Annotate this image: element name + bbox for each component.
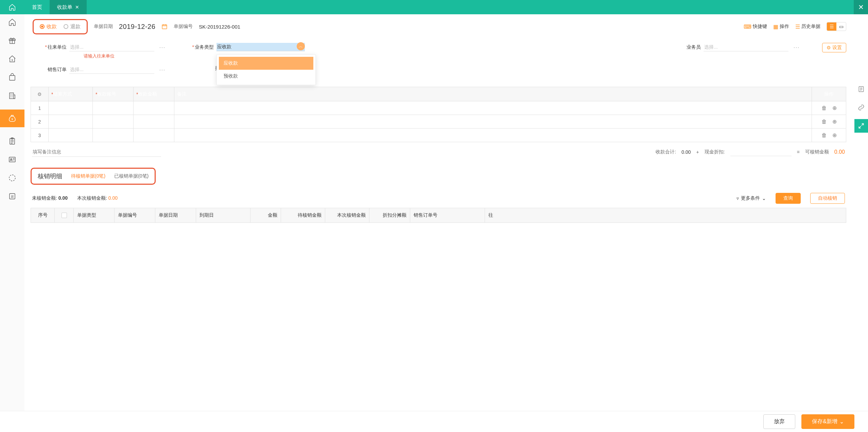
- radio-receive[interactable]: 收款: [40, 23, 57, 30]
- cell-settle[interactable]: [49, 101, 93, 115]
- delete-row-icon[interactable]: 🗑: [821, 132, 827, 138]
- close-icon[interactable]: ✕: [75, 4, 79, 10]
- add-row-icon[interactable]: ⊕: [832, 105, 837, 111]
- window-close-button[interactable]: ✕: [854, 0, 868, 14]
- nav-new-icon[interactable]: 新: [8, 192, 17, 201]
- dropdown-item-advance[interactable]: 预收款: [219, 70, 313, 83]
- calendar-icon[interactable]: [161, 23, 168, 30]
- col-ops: 操作: [812, 87, 846, 101]
- radio-circle-icon: [40, 24, 45, 29]
- link-icon[interactable]: [854, 101, 868, 114]
- save-and-new-button[interactable]: 保存&新增 ⌄: [801, 414, 854, 429]
- cell-account[interactable]: [93, 129, 134, 142]
- delete-row-icon[interactable]: 🗑: [821, 105, 827, 111]
- salesman-picker-icon[interactable]: ⋯: [791, 44, 802, 51]
- sum-label: 收款合计:: [656, 149, 676, 155]
- cell-settle[interactable]: [49, 115, 93, 128]
- nav-sync-icon[interactable]: [8, 173, 17, 182]
- wcol-last: 往: [485, 208, 846, 222]
- nav-id-icon[interactable]: [8, 155, 17, 164]
- table-header-row: ⚙ *结算方式 *收款账号 *收款金额 备注 操作: [31, 87, 846, 101]
- settings-button[interactable]: ⚙ 设置: [822, 43, 846, 52]
- query-button[interactable]: 查询: [776, 193, 801, 204]
- nav-house-dollar-icon[interactable]: $: [8, 54, 17, 63]
- tab-pending[interactable]: 待核销单据(0笔): [71, 173, 105, 179]
- form-row-2: 销售订单 ⋯ 摘要: [31, 65, 846, 74]
- history-button[interactable]: ☰历史单据: [795, 23, 820, 30]
- current-match-label: 本次核销金额: 0.00: [77, 195, 118, 201]
- select-all-checkbox[interactable]: [62, 213, 67, 218]
- ops-button[interactable]: ▦操作: [773, 23, 789, 30]
- doc-date-value[interactable]: 2019-12-26: [119, 23, 155, 31]
- footer: 放弃 保存&新增 ⌄: [0, 411, 868, 432]
- discount-label: 现金折扣:: [705, 149, 725, 155]
- tab-done[interactable]: 已核销单据(0笔): [114, 173, 149, 179]
- nav-home-icon[interactable]: [8, 18, 17, 27]
- biztype-input[interactable]: [216, 43, 305, 51]
- body: $ ¥ 新 收款 退款: [0, 14, 868, 411]
- dropdown-item-receivable[interactable]: 应收款: [219, 57, 313, 70]
- sum-value: 0.00: [681, 149, 691, 155]
- writeoff-header: 核销明细 待核销单据(0笔) 已核销单据(0笔): [31, 168, 156, 185]
- radio-refund[interactable]: 退款: [64, 23, 81, 30]
- note-input[interactable]: [32, 147, 161, 157]
- grid-icon: ▦: [773, 23, 778, 30]
- unit-field: *往来单位 ⋯ 请输入往来单位: [41, 43, 168, 51]
- discard-button[interactable]: 放弃: [763, 414, 795, 429]
- auto-match-button[interactable]: 自动核销: [810, 193, 845, 204]
- more-conditions-button[interactable]: ▿ 更多条件 ⌄: [736, 195, 766, 201]
- nav-building-icon[interactable]: [8, 91, 17, 100]
- wcol-check: [55, 208, 74, 222]
- discount-input[interactable]: [730, 148, 792, 156]
- writeoff-header-row: 序号 单据类型 单据编号 单据日期 到期日 金额 待核销金额 本次核销金额 折扣…: [31, 208, 846, 222]
- nav-bag-icon[interactable]: [8, 73, 17, 82]
- view-card-button[interactable]: ▭: [836, 22, 846, 31]
- unit-label: *往来单位: [41, 44, 67, 50]
- delete-row-icon[interactable]: 🗑: [821, 119, 827, 125]
- col-settle: *结算方式: [49, 87, 93, 101]
- writeoff-toolbar: 未核销金额: 0.00 本次核销金额: 0.00 ▿ 更多条件 ⌄ 查询 自动核…: [31, 193, 846, 204]
- filter-icon: ▿: [736, 196, 739, 201]
- cell-amount[interactable]: [134, 115, 174, 128]
- right-sidebar: [854, 14, 868, 411]
- svg-text:$: $: [12, 59, 13, 62]
- nav-clipboard-icon[interactable]: [8, 137, 17, 146]
- expand-icon[interactable]: [854, 119, 868, 133]
- sales-order-picker-icon[interactable]: ⋯: [157, 66, 168, 73]
- tab-receipt[interactable]: 收款单 ✕: [50, 0, 87, 14]
- cell-settle[interactable]: [49, 129, 93, 142]
- wcol-disc: 折扣分摊额: [369, 208, 410, 222]
- tab-home[interactable]: 首页: [24, 0, 50, 14]
- nav-money-bag-icon[interactable]: ¥: [0, 110, 24, 127]
- add-row-icon[interactable]: ⊕: [832, 118, 837, 125]
- nav-gift-icon[interactable]: [8, 36, 17, 45]
- cell-amount[interactable]: [134, 129, 174, 142]
- cell-remark[interactable]: [174, 101, 812, 115]
- cell-remark[interactable]: [174, 115, 812, 128]
- chevron-up-icon[interactable]: ︿: [297, 42, 305, 50]
- wcol-type: 单据类型: [74, 208, 115, 222]
- cell-amount[interactable]: [134, 101, 174, 115]
- shortcut-button[interactable]: ⌨快捷键: [744, 23, 767, 30]
- keyboard-icon: ⌨: [744, 23, 751, 30]
- gear-header-icon[interactable]: ⚙: [31, 87, 49, 101]
- cell-remark[interactable]: [174, 129, 812, 142]
- svg-rect-3: [10, 76, 15, 80]
- unit-input[interactable]: [69, 43, 154, 51]
- unit-picker-icon[interactable]: ⋯: [157, 44, 168, 51]
- svg-text:¥: ¥: [11, 117, 13, 121]
- sales-order-input[interactable]: [69, 65, 154, 74]
- main-content: 收款 退款 单据日期 2019-12-26 单据编号 SK-20191226-0…: [24, 14, 854, 411]
- cell-account[interactable]: [93, 101, 134, 115]
- salesman-label: 业务员: [675, 44, 701, 50]
- unmatched-label: 未核销金额: 0.00: [32, 195, 68, 201]
- col-amount: *收款金额: [134, 87, 174, 101]
- salesman-input[interactable]: [704, 43, 788, 51]
- wcol-order: 销售订单号: [410, 208, 485, 222]
- doc-icon[interactable]: [854, 82, 868, 96]
- home-icon-slot[interactable]: [0, 0, 24, 14]
- add-row-icon[interactable]: ⊕: [832, 132, 837, 138]
- cell-account[interactable]: [93, 115, 134, 128]
- view-list-button[interactable]: ☰: [827, 22, 836, 31]
- sales-order-label: 销售订单: [41, 67, 67, 73]
